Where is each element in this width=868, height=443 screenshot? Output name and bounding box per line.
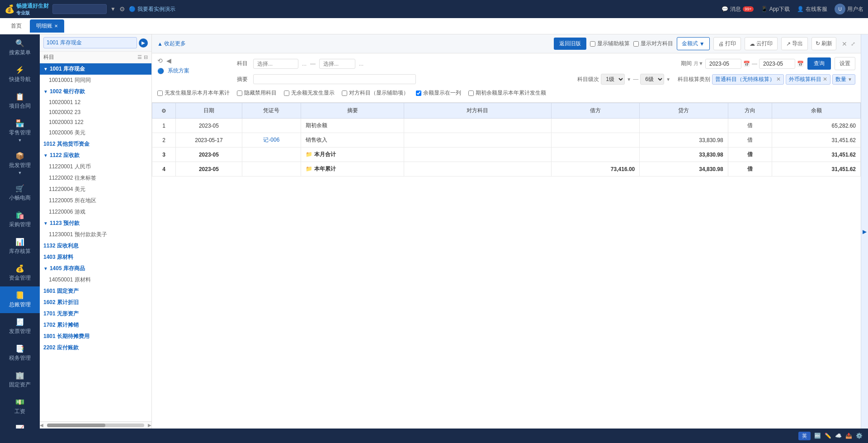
format-button[interactable]: 金额式 ▼	[677, 37, 710, 50]
refresh-button[interactable]: ↻ 刷新	[811, 37, 836, 50]
tree-item-1801[interactable]: 1801 长期待摊费用	[40, 331, 151, 342]
tree-item-1132[interactable]: 1132 应收利息	[40, 240, 151, 252]
category-tag1[interactable]: 普通科目（无特殊核算） ✕	[712, 74, 784, 85]
topbar-search-input[interactable]	[52, 4, 107, 14]
bottom-icon-4[interactable]: 📤	[845, 433, 852, 439]
checkbox-no-amount[interactable]: 无发生额显示本月本年累计	[157, 89, 230, 97]
sidebar-item-operation[interactable]: 📈 经营管理	[0, 420, 40, 429]
export-button[interactable]: ↗ 导出	[781, 37, 808, 50]
bottom-icon-1[interactable]: 🔤	[814, 433, 821, 439]
tree-item-1405[interactable]: ▼ 1405 库存商品	[40, 263, 151, 274]
app-download-button[interactable]: 📱 App下载	[761, 5, 790, 13]
tree-item-11220002[interactable]: 11220002 往来标签	[40, 172, 151, 184]
tab-detail[interactable]: 明细账 ✕	[30, 19, 64, 33]
checkbox-opening-balance-input[interactable]	[468, 91, 474, 96]
query-button[interactable]: 查询	[807, 57, 831, 70]
period-end-input[interactable]	[759, 59, 795, 69]
topbar-gear-icon[interactable]: ⚙	[119, 5, 125, 13]
subject-filter-input[interactable]	[253, 59, 298, 69]
checkbox-opening-balance[interactable]: 期初余额显示本年累计发生额	[468, 89, 546, 97]
tree-item-11220001[interactable]: 11220001 人民币	[40, 161, 151, 172]
sidebar-item-purchase[interactable]: 🛍️ 采购管理	[0, 206, 40, 233]
panel-close-button[interactable]: ✕	[842, 40, 847, 48]
period-start-cal-icon[interactable]: 📅	[743, 61, 750, 67]
settings-button[interactable]: 设置	[835, 57, 855, 70]
level-start-select[interactable]: 1级2级3级	[601, 74, 625, 85]
tree-item-10020002[interactable]: 10020002 23	[40, 107, 151, 117]
sidebar-item-assets[interactable]: 🏢 固定资产	[0, 367, 40, 393]
cloud-print-button[interactable]: ☁ 云打印	[745, 37, 778, 50]
tree-item-10010001[interactable]: 10010001 同同同	[40, 75, 151, 86]
print-button[interactable]: 🖨 打印	[713, 37, 741, 50]
summary-input[interactable]	[253, 74, 416, 84]
sidebar-item-wholesale[interactable]: 📦 批发管理 ▼	[0, 147, 40, 180]
show-subject-checkbox[interactable]: 显示对方科目	[633, 40, 673, 48]
row2-voucher[interactable]: 记-006	[242, 133, 301, 148]
scheme-label[interactable]: 系统方案	[168, 67, 189, 75]
user-profile[interactable]: U 用户名	[835, 4, 863, 14]
sidebar-item-finance[interactable]: 💰 资金管理	[0, 260, 40, 286]
message-button[interactable]: 💬 消息 99+	[722, 5, 753, 13]
level-end-dropdown[interactable]: ▼	[666, 77, 670, 82]
right-collapse-panel[interactable]: ▶	[861, 34, 868, 429]
checkbox-opposite-subject-input[interactable]	[342, 91, 347, 96]
tree-item-1122[interactable]: ▼ 1122 应收款	[40, 150, 151, 161]
bottom-icon-3[interactable]: ☁️	[835, 433, 842, 439]
checkbox-no-balance[interactable]: 无余额无发生显示	[284, 89, 335, 97]
scroll-right-button[interactable]: ▶	[148, 423, 151, 428]
tree-item-1002[interactable]: ▼ 1002 银行存款	[40, 86, 151, 97]
demo-link[interactable]: 🔵 我要看实例演示	[129, 5, 175, 13]
show-aux-input[interactable]	[590, 41, 595, 47]
tab-detail-close-icon[interactable]: ✕	[54, 24, 58, 29]
category-tag2[interactable]: 外币核算科目 ✕	[786, 74, 830, 85]
tree-item-1701[interactable]: 1701 无形资产	[40, 308, 151, 319]
level-end-select[interactable]: 6级5级4级	[640, 74, 664, 85]
filter-query-icon[interactable]: ⟲	[157, 57, 163, 64]
tab-home[interactable]: 首页	[5, 19, 28, 33]
show-subject-input[interactable]	[633, 41, 639, 47]
tree-item-10020003[interactable]: 10020003 122	[40, 117, 151, 127]
tree-collapse-icon[interactable]: ⊟	[144, 54, 148, 60]
topbar-dropdown-icon[interactable]: ▼	[110, 6, 116, 12]
sidebar-item-project[interactable]: 📋 项目合同	[0, 88, 40, 114]
sidebar-item-ecommerce[interactable]: 🛒 小畅电商	[0, 180, 40, 206]
sidebar-item-inventory[interactable]: 📊 库存核算	[0, 233, 40, 260]
tree-item-11220004[interactable]: 11220004 美元	[40, 184, 151, 195]
online-service-button[interactable]: 👤 在线客服	[797, 5, 827, 13]
tree-list-icon[interactable]: ☰	[137, 54, 142, 60]
subject-nav-arrow[interactable]: ▶	[139, 38, 148, 48]
tree-item-11220006[interactable]: 11220006 游戏	[40, 206, 151, 218]
tree-item-14050001[interactable]: 14050001 原材料	[40, 274, 151, 286]
sidebar-item-salary[interactable]: 💵 工资	[0, 393, 40, 420]
lang-button[interactable]: 英	[798, 432, 811, 440]
category-tag2-close-icon[interactable]: ✕	[823, 76, 827, 82]
subject-filter-input2[interactable]	[319, 59, 355, 69]
col-gear[interactable]: ⚙	[152, 103, 176, 119]
tree-item-1601[interactable]: 1601 固定资产	[40, 286, 151, 297]
bottom-icon-2[interactable]: ✏️	[825, 433, 831, 439]
quantity-dropdown-icon[interactable]: ▼	[848, 77, 852, 82]
tree-item-1123[interactable]: ▼ 1123 预付款	[40, 218, 151, 229]
collapse-button[interactable]: ▲ 收起更多	[157, 40, 186, 48]
scroll-left-button[interactable]: ◀	[40, 423, 43, 428]
sidebar-item-quick[interactable]: ⚡ 快捷导航	[0, 61, 40, 88]
period-type-icon[interactable]: 月▼	[693, 60, 703, 67]
tree-item-10020006[interactable]: 10020006 美元	[40, 127, 151, 138]
tree-item-11230001[interactable]: 11230001 预付款款美子	[40, 229, 151, 240]
checkbox-no-amount-input[interactable]	[157, 91, 163, 96]
back-button[interactable]: 返回旧版	[554, 38, 586, 50]
show-aux-checkbox[interactable]: 显示辅助核算	[590, 40, 630, 48]
subject-dots2-icon[interactable]: ...	[359, 61, 363, 67]
tree-item-1602[interactable]: 1602 累计折旧	[40, 297, 151, 308]
checkbox-balance-one-col-input[interactable]	[416, 91, 421, 96]
checkbox-balance-one-col[interactable]: 余额显示在一列	[416, 89, 461, 97]
subject-dots-icon[interactable]: ...	[302, 61, 307, 67]
tree-item-1001[interactable]: ▼ 1001 库存现金	[40, 63, 151, 75]
sidebar-item-ledger[interactable]: 📒 总账管理	[0, 286, 40, 313]
level-start-dropdown[interactable]: ▼	[627, 77, 631, 82]
sidebar-item-retail[interactable]: 🏪 零售管理 ▼	[0, 114, 40, 147]
tree-item-1012[interactable]: 1012 其他货币资金	[40, 138, 151, 150]
sidebar-item-tax[interactable]: 📑 税务管理	[0, 340, 40, 367]
tree-item-2202[interactable]: 2202 应付账款	[40, 342, 151, 353]
tree-item-1403[interactable]: 1403 原材料	[40, 252, 151, 263]
